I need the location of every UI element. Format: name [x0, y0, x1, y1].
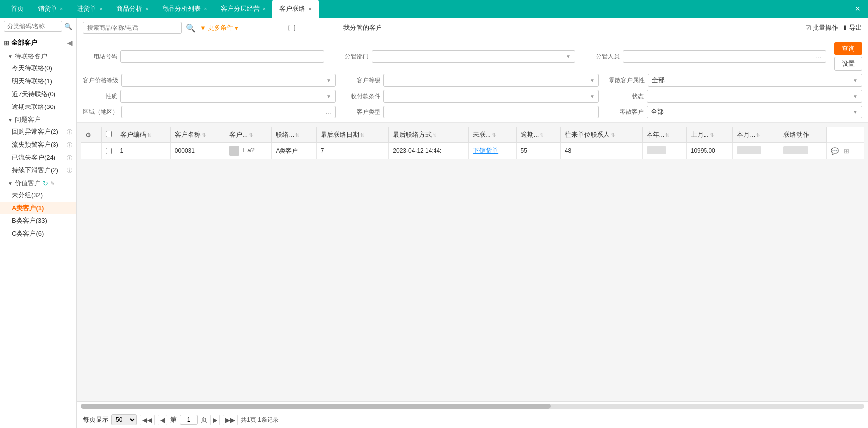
- settings-button[interactable]: 设置: [834, 57, 862, 71]
- col-this-month[interactable]: 本月...⇅: [733, 127, 779, 143]
- sidebar-all-customers[interactable]: ⊞ 全部客户 ◀: [0, 35, 76, 50]
- sidebar-item-declining[interactable]: 持续下滑客户(2) ⓘ: [0, 164, 76, 177]
- sidebar-item-churned[interactable]: 已流失客户(24) ⓘ: [0, 151, 76, 164]
- h-scroll-thumb[interactable]: [81, 404, 551, 409]
- my-customers-checkbox-area[interactable]: 我分管的客户: [242, 23, 382, 32]
- sidebar-item-7days[interactable]: 近7天待联络(0): [0, 88, 76, 101]
- sidebar-group-problem[interactable]: ▼ 问题客户: [0, 113, 76, 125]
- value-group-refresh-icon[interactable]: ↻: [43, 180, 48, 187]
- nav-tab-home[interactable]: 首页: [4, 0, 31, 18]
- last-page-button[interactable]: ▶▶: [223, 415, 238, 425]
- col-last-month[interactable]: 上月...⇅: [686, 127, 733, 143]
- nav-tab-sales[interactable]: 销货单 ×: [31, 0, 70, 18]
- nav-tab-product-analysis[interactable]: 商品分析 ×: [109, 0, 155, 18]
- col-uncontacted[interactable]: 未联...⇅: [469, 127, 516, 143]
- sidebar-collapse-icon[interactable]: ◀: [67, 39, 72, 47]
- filter-customer-type-input[interactable]: [383, 106, 599, 118]
- customer-tier-tab-close[interactable]: ×: [263, 6, 266, 12]
- more-filters-button[interactable]: ▼ 更多条件 ▾: [200, 23, 238, 32]
- customer-contact-tab-close[interactable]: ×: [308, 6, 311, 12]
- table-header: ⚙ 客户编码⇅ 客户名称⇅ 客户...⇅ 联络...⇅ 最后联络日期⇅ 最后联络…: [81, 127, 864, 143]
- sidebar-item-ungrouped[interactable]: 未分组(32): [0, 189, 76, 202]
- search-button[interactable]: 🔍: [186, 23, 196, 33]
- retail-attr-value: 全部: [652, 76, 665, 85]
- sidebar-item-tomorrow[interactable]: 明天待联络(1): [0, 75, 76, 88]
- batch-operation-icon: ☑: [805, 24, 811, 32]
- sidebar-search-icon[interactable]: 🔍: [64, 23, 72, 30]
- row-last-method[interactable]: 下销货单: [469, 143, 516, 159]
- sidebar-item-repurchase-abnormal[interactable]: 回购异常客户(2) ⓘ: [0, 125, 76, 138]
- filter-retail-attr-select[interactable]: 全部▼: [648, 74, 862, 87]
- purchase-tab-close[interactable]: ×: [99, 6, 102, 12]
- settings-icon[interactable]: ⚙: [85, 131, 91, 139]
- my-customers-checkbox[interactable]: [242, 25, 341, 31]
- export-button[interactable]: ⬇ 导出: [842, 23, 862, 32]
- col-settings[interactable]: ⚙: [81, 127, 102, 143]
- filter-department-select[interactable]: ▼: [372, 50, 575, 63]
- col-name-sort-icon: ⇅: [202, 132, 206, 138]
- col-last-date-label: 最后联络日期: [321, 130, 359, 139]
- col-overdue[interactable]: 逾期...⇅: [516, 127, 560, 143]
- nav-tab-customer-tier[interactable]: 客户分层经营 ×: [214, 0, 272, 18]
- filter-phone-input[interactable]: [120, 50, 324, 63]
- person-dots-icon: …: [816, 53, 822, 60]
- horizontal-scrollbar[interactable]: [77, 401, 868, 411]
- col-code[interactable]: 客户编码⇅: [116, 127, 170, 143]
- filter-status-select[interactable]: ▼: [647, 90, 862, 103]
- sidebar-item-today[interactable]: 今天待联络(0): [0, 62, 76, 75]
- select-all-checkbox[interactable]: [106, 131, 112, 137]
- filter-retail-customer-select[interactable]: 全部▼: [647, 106, 862, 118]
- col-this-year[interactable]: 本年...⇅: [642, 127, 686, 143]
- col-level[interactable]: 客户...⇅: [225, 127, 272, 143]
- sidebar-group-pending[interactable]: ▼ 待联络客户: [0, 50, 76, 62]
- query-button[interactable]: 查询: [834, 42, 862, 55]
- col-contact-person[interactable]: 往来单位联系人⇅: [560, 127, 642, 143]
- advanced-filter: 电话号码 分管部门 ▼ 分管人员 …: [77, 38, 868, 123]
- filter-bar: 🔍 ▼ 更多条件 ▾ 我分管的客户 ☑ 批量操作 ⬇ 导出: [77, 18, 868, 38]
- row-action-message-icon[interactable]: 💬: [831, 147, 839, 155]
- col-last-date[interactable]: 最后联络日期⇅: [316, 127, 389, 143]
- next-page-button[interactable]: ▶: [210, 415, 220, 425]
- search-input[interactable]: [83, 22, 182, 34]
- nav-tab-purchase[interactable]: 进货单 ×: [70, 0, 109, 18]
- filter-person-input[interactable]: …: [623, 50, 826, 63]
- row-action[interactable]: 💬 ⊞: [827, 143, 864, 159]
- filter-nature-select[interactable]: ▼: [120, 90, 336, 103]
- footer: 每页显示 50 100 200 ◀◀ ◀ 第 页 ▶ ▶▶ 共1页 1条记录: [77, 411, 868, 428]
- page-number-input[interactable]: [180, 415, 198, 425]
- sales-tab-close[interactable]: ×: [60, 6, 63, 12]
- sidebar-item-overdue[interactable]: 逾期未联络(30): [0, 101, 76, 113]
- first-page-button[interactable]: ◀◀: [140, 415, 155, 425]
- product-analysis-tab-close[interactable]: ×: [145, 6, 148, 12]
- col-checkbox[interactable]: [101, 127, 116, 143]
- sidebar-item-overdue-label: 逾期未联络(30): [12, 103, 55, 111]
- sidebar-item-class-a[interactable]: A类客户(1): [0, 202, 76, 214]
- nav-tab-product-analysis-list[interactable]: 商品分析列表 ×: [155, 0, 214, 18]
- sidebar-item-class-b[interactable]: B类客户(33): [0, 214, 76, 227]
- filter-nature-label: 性质: [83, 92, 117, 101]
- col-contact[interactable]: 联络...⇅: [272, 127, 316, 143]
- batch-operation-button[interactable]: ☑ 批量操作: [805, 23, 838, 32]
- adv-filter-row-4: 区域（地区） … 客户类型 零散客户 全部▼: [83, 106, 862, 118]
- value-group-edit-icon[interactable]: ✎: [50, 180, 54, 187]
- filter-price-level-select[interactable]: ▼: [121, 74, 336, 87]
- sidebar-item-class-c[interactable]: C类客户(6): [0, 227, 76, 240]
- filter-customer-level-select[interactable]: ▼: [383, 74, 599, 87]
- prev-page-button[interactable]: ◀: [158, 415, 167, 425]
- nav-tab-customer-contact[interactable]: 客户联络 ×: [272, 0, 318, 18]
- row-checkbox[interactable]: [106, 148, 112, 154]
- sidebar-item-today-label: 今天待联络(0): [12, 64, 52, 73]
- close-all-tabs[interactable]: ×: [851, 4, 864, 14]
- filter-region-input[interactable]: …: [121, 106, 336, 118]
- sidebar-item-churn-warning[interactable]: 流失预警客户(3) ⓘ: [0, 138, 76, 151]
- col-last-method[interactable]: 最后联络方式⇅: [389, 127, 469, 143]
- col-name[interactable]: 客户名称⇅: [170, 127, 225, 143]
- filter-payment-select[interactable]: ▼: [383, 90, 599, 103]
- product-analysis-list-tab-close[interactable]: ×: [204, 6, 207, 12]
- sidebar-search-input[interactable]: [4, 21, 62, 32]
- sidebar-group-value[interactable]: ▼ 价值客户 ↻ ✎: [0, 177, 76, 189]
- per-page-select[interactable]: 50 100 200: [111, 414, 137, 425]
- row-action-qr-icon[interactable]: ⊞: [844, 147, 849, 155]
- row-last-method-link[interactable]: 下销货单: [473, 147, 498, 154]
- h-scroll-track[interactable]: [81, 404, 864, 409]
